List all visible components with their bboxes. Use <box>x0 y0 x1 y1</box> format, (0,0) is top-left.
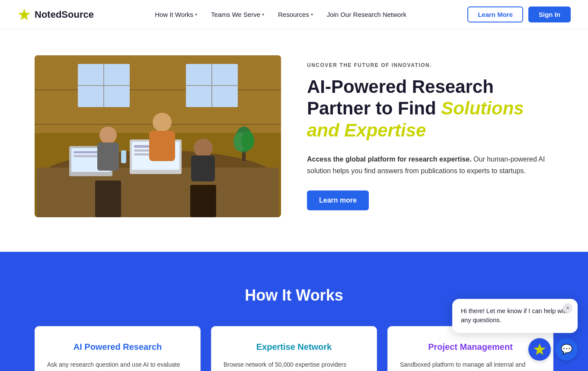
svg-point-22 <box>153 113 172 132</box>
svg-marker-35 <box>534 343 546 355</box>
navbar: NotedSource How It Works ▾ Teams We Serv… <box>0 0 588 29</box>
card-ai-research: AI Powered Research Ask any research que… <box>35 326 201 371</box>
chevron-down-icon: ▾ <box>195 12 197 17</box>
svg-rect-20 <box>74 151 99 153</box>
svg-rect-33 <box>95 181 121 217</box>
card-ai-research-desc: Ask any research question and use AI to … <box>47 360 188 371</box>
chat-icons-row: 💬 <box>452 338 578 361</box>
nav-how-it-works[interactable]: How It Works ▾ <box>149 7 203 22</box>
hero-cta-button[interactable]: Learn more <box>307 190 369 210</box>
hero-illustration <box>35 55 281 217</box>
chevron-down-icon: ▾ <box>311 12 313 17</box>
logo[interactable]: NotedSource <box>17 8 94 22</box>
hero-description: Access the global platform for research … <box>307 153 553 177</box>
nav-teams-we-serve[interactable]: Teams We Serve ▾ <box>205 7 270 22</box>
svg-point-31 <box>241 131 254 150</box>
chat-widget: × Hi there! Let me know if I can help wi… <box>452 299 578 361</box>
learn-more-button[interactable]: Learn More <box>467 6 523 22</box>
sign-in-button[interactable]: Sign In <box>528 6 571 22</box>
nav-join-research-network[interactable]: Join Our Research Network <box>321 7 412 22</box>
hero-content: UNCOVER THE FUTURE OF INNOVATION. AI-Pow… <box>307 62 553 211</box>
svg-point-24 <box>99 127 117 144</box>
chat-bubble: × Hi there! Let me know if I can help wi… <box>452 299 578 333</box>
svg-marker-0 <box>18 9 30 20</box>
nav-resources[interactable]: Resources ▾ <box>272 7 319 22</box>
chat-icon: 💬 <box>561 344 572 355</box>
nav-links: How It Works ▾ Teams We Serve ▾ Resource… <box>149 7 412 22</box>
chat-star-icon <box>533 342 546 356</box>
chat-message: Hi there! Let me know if I can help with… <box>461 307 569 326</box>
chat-avatar[interactable] <box>528 338 551 361</box>
nav-actions: Learn More Sign In <box>467 6 571 22</box>
logo-star-icon <box>17 8 31 22</box>
card-project-desc: Sandboxed platform to manage all interna… <box>400 360 541 371</box>
hero-eyebrow: UNCOVER THE FUTURE OF INNOVATION. <box>307 62 553 68</box>
hero-image <box>35 55 281 217</box>
chat-close-button[interactable]: × <box>563 303 572 313</box>
chat-open-button[interactable]: 💬 <box>555 338 578 361</box>
card-expertise-network: Expertise Network Browse network of 50,0… <box>211 326 377 371</box>
svg-point-26 <box>194 139 213 158</box>
card-expertise-title: Expertise Network <box>224 342 364 352</box>
card-expertise-desc: Browse network of 50,000 expertise provi… <box>224 360 364 371</box>
svg-rect-32 <box>121 150 126 163</box>
hero-section: UNCOVER THE FUTURE OF INNOVATION. AI-Pow… <box>0 29 588 252</box>
chevron-down-icon: ▾ <box>262 12 264 17</box>
svg-rect-23 <box>149 131 175 161</box>
card-ai-research-title: AI Powered Research <box>47 342 188 352</box>
hero-title: AI-Powered Research Partner to Find Solu… <box>307 76 553 141</box>
logo-text: NotedSource <box>35 9 94 20</box>
svg-rect-34 <box>190 185 216 217</box>
svg-rect-27 <box>191 155 215 181</box>
svg-rect-25 <box>97 143 119 171</box>
